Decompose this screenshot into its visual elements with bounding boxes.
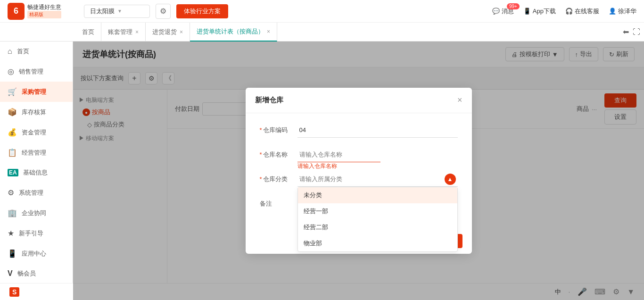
content-area: 进货单统计(按商品) 🖨 按模板打印 ▼ ↑ 导出 ↻ 刷新 按以下方案查询 [73, 42, 644, 300]
message-icon: 💬 [492, 8, 500, 15]
sidebar-item-basic[interactable]: EA 基础信息 [0, 163, 73, 183]
sidebar-label-system: 系统管理 [19, 189, 43, 197]
sidebar-label-home: 首页 [17, 47, 29, 56]
category-dropdown: 未分类 经营一部 经营二部 物业部 [297, 187, 458, 252]
warehouse-category-select-wrapper: ▲ 未分类 经营一部 经营二部 物业部 [297, 172, 458, 187]
sidebar-item-member[interactable]: V 畅会员 [0, 264, 73, 283]
tab-account-label: 账套管理 [108, 28, 132, 36]
tab-account-close[interactable]: × [135, 29, 139, 35]
tab-purchase-stat-close[interactable]: × [267, 28, 270, 35]
sidebar-label-inventory: 库存核算 [22, 108, 46, 117]
online-service-button[interactable]: 🎧 在线客服 [565, 7, 599, 16]
user-icon: 👤 [609, 8, 616, 15]
store-selector[interactable]: 日太阳膜 ▼ [84, 5, 150, 18]
tab-purchase-stat[interactable]: 进货单统计表（按商品） × [190, 23, 277, 42]
warehouse-name-error-tip: 请输入仓库名称 [297, 162, 337, 170]
inventory-icon: 📦 [8, 108, 17, 117]
warehouse-name-input[interactable] [297, 147, 380, 162]
sidebar-item-purchase[interactable]: 🛒 采购管理 [0, 82, 73, 102]
user-name: 徐泽华 [618, 7, 636, 16]
store-name: 日太阳膜 [90, 7, 115, 16]
dropdown-item-none[interactable]: 未分类 [298, 187, 457, 203]
dialog-header: 新增仓库 × [246, 88, 472, 113]
sidebar-item-enterprise[interactable]: 🏢 企业协同 [0, 203, 73, 223]
main-layout: ⌂ 首页 ◎ 销售管理 🛒 采购管理 📦 库存核算 💰 资金管理 📋 经营管理 … [0, 42, 644, 300]
sidebar-label-operation: 经营管理 [22, 149, 46, 157]
dropdown-item-dept1[interactable]: 经营一部 [298, 203, 457, 219]
tab-purchase-stat-label: 进货单统计表（按商品） [197, 27, 264, 36]
tab-bar: 首页 账套管理 × 进货退货 × 进货单统计表（按商品） × ⬅ ⛶ [0, 23, 644, 42]
dialog-close-button[interactable]: × [457, 95, 462, 105]
sidebar-item-sales[interactable]: ◎ 销售管理 [0, 61, 73, 82]
sidebar-label-sales: 销售管理 [19, 67, 43, 76]
warehouse-category-row: *仓库分类 ▲ 未分类 经营一部 经营二部 物业部 [260, 172, 458, 187]
top-bar-right: 💬 消息 99+ 📱 App下载 🎧 在线客服 👤 徐泽华 [492, 7, 636, 16]
tab-home-label: 首页 [82, 28, 94, 36]
basic-icon: EA [8, 169, 18, 176]
trial-button[interactable]: 体验行业方案 [176, 4, 228, 18]
logo-icon: 6 [8, 3, 25, 20]
tab-fullscreen-icon[interactable]: ⛶ [633, 28, 640, 36]
home-icon: ⌂ [8, 47, 12, 56]
sidebar: ⌂ 首页 ◎ 销售管理 🛒 采购管理 📦 库存核算 💰 资金管理 📋 经营管理 … [0, 42, 73, 300]
tab-purchase-return-close[interactable]: × [180, 29, 183, 35]
tab-account[interactable]: 账套管理 × [101, 23, 146, 42]
notes-label: 备注 [260, 196, 297, 211]
tab-purchase-return[interactable]: 进货退货 × [146, 23, 190, 42]
warehouse-name-row: *仓库名称 请输入仓库名称 [260, 147, 458, 162]
sales-icon: ◎ [8, 67, 14, 76]
logo-text-line1: 畅捷通好生意 [27, 4, 61, 11]
gear-icon: ⚙ [160, 7, 166, 16]
logo-area: 6 畅捷通好生意 精易版 [8, 3, 78, 20]
sidebar-item-operation[interactable]: 📋 经营管理 [0, 142, 73, 163]
top-bar: 6 畅捷通好生意 精易版 日太阳膜 ▼ ⚙ 体验行业方案 💬 消息 99+ 📱 … [0, 0, 644, 23]
sidebar-label-member: 畅会员 [17, 269, 36, 278]
guide-icon: ★ [8, 229, 14, 238]
message-badge: 99+ [507, 3, 520, 9]
tab-purchase-return-label: 进货退货 [152, 28, 177, 36]
sidebar-item-appstore[interactable]: 📱 应用中心 [0, 243, 73, 264]
dropdown-item-property[interactable]: 物业部 [298, 235, 457, 251]
finance-icon: 💰 [8, 128, 17, 137]
warehouse-name-label: *仓库名称 [260, 147, 297, 162]
headset-icon: 🎧 [565, 8, 573, 15]
member-icon: V [8, 269, 13, 278]
app-download-button[interactable]: 📱 App下载 [523, 7, 556, 16]
dropdown-item-dept2[interactable]: 经营二部 [298, 219, 457, 235]
operation-icon: 📋 [8, 148, 17, 157]
warehouse-category-input[interactable] [297, 172, 458, 187]
sidebar-item-inventory[interactable]: 📦 库存核算 [0, 102, 73, 122]
user-menu[interactable]: 👤 徐泽华 [609, 7, 636, 16]
add-warehouse-dialog: 新增仓库 × *仓库编码 *仓库名称 [246, 88, 472, 254]
phone-icon: 📱 [523, 8, 531, 15]
store-dropdown-arrow: ▼ [117, 8, 122, 14]
message-button[interactable]: 💬 消息 99+ [492, 7, 514, 16]
warehouse-category-label: *仓库分类 [260, 172, 297, 187]
sidebar-label-enterprise: 企业协同 [22, 209, 46, 217]
warehouse-code-label: *仓库编码 [260, 123, 297, 138]
warehouse-code-row: *仓库编码 [260, 123, 458, 138]
settings-button[interactable]: ⚙ [156, 4, 171, 19]
sidebar-label-purchase: 采购管理 [22, 88, 46, 96]
sidebar-label-basic: 基础信息 [23, 168, 48, 177]
purchase-icon: 🛒 [8, 87, 17, 96]
warehouse-code-input[interactable] [297, 123, 458, 138]
sidebar-item-finance[interactable]: 💰 资金管理 [0, 122, 73, 142]
system-icon: ⚙ [8, 188, 14, 197]
sidebar-label-guide: 新手引导 [19, 229, 43, 238]
sidebar-item-guide[interactable]: ★ 新手引导 [0, 223, 73, 243]
sidebar-label-appstore: 应用中心 [22, 250, 46, 258]
sidebar-label-finance: 资金管理 [22, 128, 46, 137]
tab-bar-right: ⬅ ⛶ [623, 27, 644, 36]
tab-prev-icon[interactable]: ⬅ [623, 27, 629, 36]
s-logo: S [9, 287, 19, 297]
tab-home[interactable]: 首页 [75, 23, 101, 42]
appstore-icon: 📱 [8, 249, 17, 258]
sidebar-item-system[interactable]: ⚙ 系统管理 [0, 183, 73, 203]
dialog-title: 新增仓库 [255, 96, 283, 105]
dialog-body: *仓库编码 *仓库名称 请输入仓库名称 [246, 113, 472, 228]
sidebar-item-home[interactable]: ⌂ 首页 [0, 42, 73, 61]
logo-text-line2: 精易版 [27, 11, 61, 18]
category-dropdown-toggle[interactable]: ▲ [445, 174, 456, 185]
enterprise-icon: 🏢 [8, 208, 17, 217]
